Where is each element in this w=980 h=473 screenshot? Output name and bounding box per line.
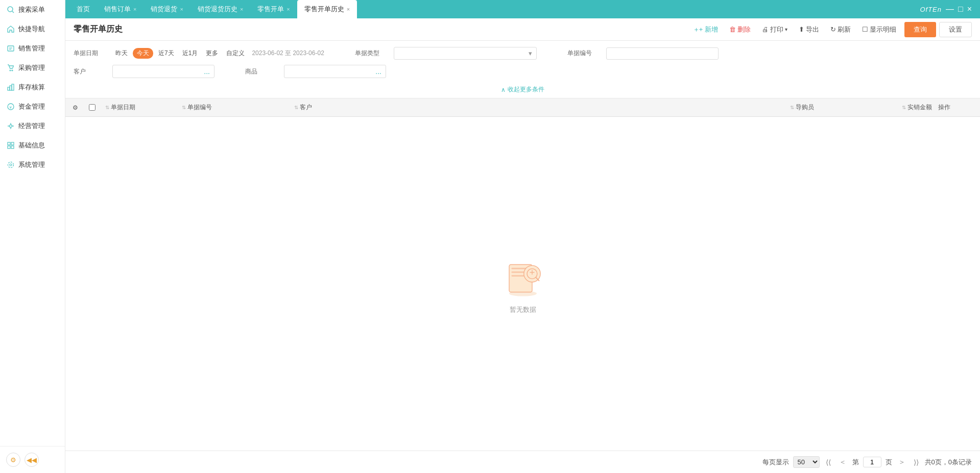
customer-label: 客户: [74, 67, 102, 76]
tab-sales-return-close[interactable]: ×: [180, 6, 183, 12]
select-all-checkbox[interactable]: [89, 104, 95, 111]
sidebar-item-label: 库存核算: [18, 83, 45, 92]
th-checkbox[interactable]: [86, 104, 102, 111]
collapse-icon: ◀◀: [27, 456, 37, 464]
more-btn[interactable]: 更多: [203, 48, 221, 59]
sidebar-item-label: 快捷导航: [18, 24, 45, 34]
window-maximize[interactable]: □: [958, 5, 963, 14]
purchase-icon: [6, 63, 15, 72]
sidebar-item-sales-mgmt[interactable]: 销售管理: [0, 39, 65, 58]
sort-icon-5: ⇅: [902, 105, 906, 110]
sidebar-search[interactable]: 搜索采单: [0, 0, 65, 19]
sidebar-item-inventory[interactable]: 库存核算: [0, 78, 65, 97]
page-size-select[interactable]: 50 10 20 100: [793, 456, 820, 468]
tab-retail-open-history-close[interactable]: ×: [347, 6, 350, 12]
th-doc-date-label: 单据日期: [111, 103, 135, 112]
date-buttons: 昨天 今天 近7天 近1月 更多 自定义 2023-06-02 至 2023-0…: [112, 48, 324, 59]
sidebar-item-label: 经营管理: [18, 121, 45, 131]
svg-rect-2: [8, 46, 14, 51]
svg-text:¥: ¥: [9, 105, 12, 110]
refresh-icon: ↻: [830, 26, 836, 33]
tab-sales-return-history[interactable]: 销货退货历史 ×: [190, 0, 250, 18]
per-page-label: 每页显示: [762, 458, 789, 467]
svg-rect-16: [11, 146, 14, 148]
search-icon: [6, 5, 15, 14]
svg-point-0: [8, 7, 13, 12]
sidebar-item-basic-info[interactable]: 基础信息: [0, 136, 65, 155]
th-actual-amount-label: 实销金额: [907, 103, 932, 112]
doc-no-input[interactable]: [606, 47, 719, 60]
tab-sales-return-history-close[interactable]: ×: [240, 6, 243, 12]
svg-rect-15: [8, 146, 10, 148]
sidebar-item-purchase-mgmt[interactable]: 采购管理: [0, 58, 65, 78]
add-button[interactable]: ＋ + 新增: [688, 22, 723, 37]
product-label: 商品: [245, 67, 274, 76]
tab-sales-order[interactable]: 销售订单 ×: [97, 0, 144, 18]
th-doc-no[interactable]: ⇅ 单据编号: [179, 103, 291, 112]
custom-btn[interactable]: 自定义: [223, 48, 248, 59]
tab-sales-order-close[interactable]: ×: [133, 6, 136, 12]
sidebar-item-sys-mgmt[interactable]: 系统管理: [0, 155, 65, 175]
first-page-btn[interactable]: ⟨⟨: [824, 457, 833, 467]
date-range-display: 2023-06-02 至 2023-06-02: [252, 49, 324, 58]
last7days-btn[interactable]: 近7天: [155, 48, 177, 59]
sidebar-item-quick-nav[interactable]: 快捷导航: [0, 19, 65, 39]
prev-page-btn[interactable]: ＜: [837, 457, 848, 468]
tab-retail-open-history[interactable]: 零售开单历史 ×: [297, 0, 357, 18]
print-button[interactable]: 🖨 打印 ▾: [757, 22, 793, 37]
customer-select[interactable]: ...: [112, 65, 214, 78]
tab-retail-open-label: 零售开单: [257, 5, 284, 14]
tab-home[interactable]: 首页: [69, 0, 97, 18]
collapse-up-icon: ∧: [501, 86, 506, 93]
sidebar-item-operations[interactable]: 经营管理: [0, 116, 65, 136]
svg-rect-9: [12, 84, 14, 90]
export-button[interactable]: ⬆ 导出: [794, 22, 824, 37]
sidebar-item-label: 采购管理: [18, 63, 45, 72]
home-icon: [6, 24, 15, 34]
settings-bottom-btn[interactable]: ⚙: [6, 453, 20, 467]
tab-retail-open[interactable]: 零售开单 ×: [250, 0, 297, 18]
svg-rect-13: [8, 142, 10, 145]
sales-icon: [6, 44, 15, 53]
filter-row-2: 客户 ... 商品 ...: [74, 65, 972, 78]
collapse-btn[interactable]: ◀◀: [25, 453, 39, 467]
empty-illustration: [500, 253, 546, 299]
th-doc-date[interactable]: ⇅ 单据日期: [102, 103, 179, 112]
main-area: 首页 销售订单 × 销货退货 × 销货退货历史 × 零售开单 × 零售开单历史 …: [65, 0, 980, 473]
sidebar-search-label: 搜索采单: [18, 5, 45, 14]
next-page-btn[interactable]: ＞: [896, 457, 907, 468]
tab-retail-open-close[interactable]: ×: [286, 6, 290, 12]
current-page-input[interactable]: [863, 457, 881, 467]
sidebar-item-finance[interactable]: ¥ 资金管理: [0, 97, 65, 116]
query-button[interactable]: 查询: [904, 22, 936, 37]
last-page-btn[interactable]: ⟩⟩: [912, 457, 921, 467]
th-actual-amount[interactable]: ⇅ 实销金额: [869, 103, 935, 112]
th-operation: 操作: [935, 103, 976, 112]
customer-dots-icon[interactable]: ...: [204, 67, 210, 76]
refresh-button[interactable]: ↻ 刷新: [825, 22, 856, 37]
window-minimize[interactable]: —: [946, 5, 954, 14]
sort-icon-2: ⇅: [182, 105, 186, 110]
last-month-btn[interactable]: 近1月: [179, 48, 201, 59]
th-guide[interactable]: ⇅ 导购员: [787, 103, 869, 112]
collapse-bar[interactable]: ∧ 收起更多条件: [74, 83, 972, 94]
th-customer[interactable]: ⇅ 客户: [291, 103, 787, 112]
display-detail-button[interactable]: ☐ 显示明细: [857, 22, 901, 37]
empty-text: 暂无数据: [510, 305, 536, 314]
tab-sales-return[interactable]: 销货退货 ×: [144, 0, 190, 18]
doc-type-select[interactable]: ▾: [394, 47, 537, 60]
total-text: 共0页，0条记录: [925, 458, 972, 467]
window-close[interactable]: ×: [967, 5, 972, 14]
product-select[interactable]: ...: [284, 65, 386, 78]
delete-button[interactable]: 🗑 删除: [724, 22, 756, 37]
svg-line-1: [12, 11, 14, 13]
setting-button[interactable]: 设置: [939, 22, 972, 37]
th-settings[interactable]: ⚙: [69, 104, 86, 111]
settings-icon[interactable]: ⚙: [73, 104, 78, 111]
yesterday-btn[interactable]: 昨天: [112, 48, 131, 59]
product-dots-icon[interactable]: ...: [375, 67, 381, 76]
chevron-down-icon: ▾: [529, 49, 532, 57]
page-label: 第: [852, 458, 859, 467]
toolbar: 零售开单历史 ＋ + 新增 🗑 删除 🖨 打印 ▾ ⬆ 导出 ↻ 刷新 ☐ 显示…: [65, 18, 980, 41]
today-btn[interactable]: 今天: [133, 48, 153, 59]
